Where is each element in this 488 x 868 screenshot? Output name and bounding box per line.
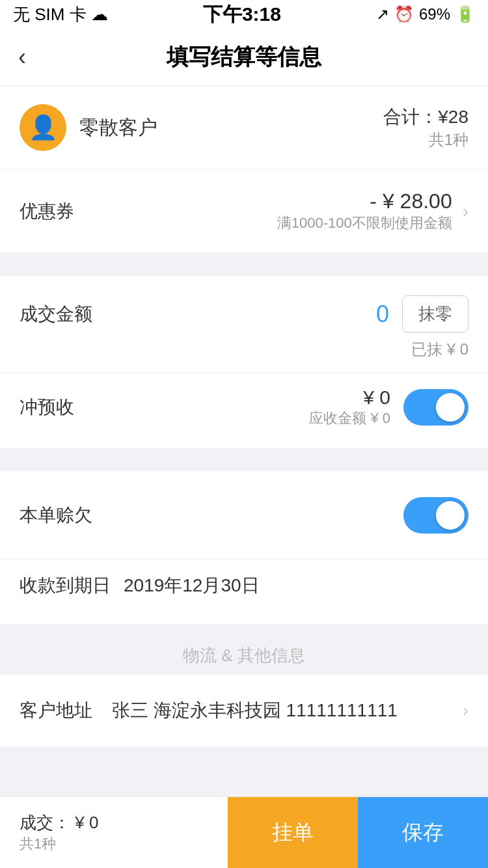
footer-deal: 成交： ¥ 0 [20,811,208,834]
logistics-separator: 物流 & 其他信息 [0,636,488,675]
amount-row: 成交金额 0 抹零 [0,276,488,339]
pre-receive-right: ¥ 0 应收金额 ¥ 0 [309,387,468,428]
location-icon: ↗ [376,5,389,23]
coupon-right: - ¥ 28.00 满1000-100不限制使用金额 › [277,189,468,233]
pre-receive-label: 冲预收 [20,395,74,420]
separator-2 [0,459,488,471]
footer-info: 成交： ¥ 0 共1种 [0,811,228,854]
transaction-card: 成交金额 0 抹零 已抹 ¥ 0 冲预收 ¥ 0 应收金额 ¥ 0 [0,276,488,448]
total-count: 共1种 [383,129,468,150]
status-right: ↗ ⏰ 69% 🔋 [376,5,475,23]
round-button[interactable]: 抹零 [402,295,468,332]
debt-toggle[interactable] [403,497,468,534]
coupon-amount: - ¥ 28.00 [277,189,452,213]
pre-receive-toggle[interactable] [403,389,468,426]
battery-icon: 🔋 [455,5,475,23]
hang-button[interactable]: 挂单 [228,797,358,869]
address-chevron-icon: › [463,700,468,721]
debt-card: 本单赊欠 收款到期日 2019年12月30日 [0,471,488,624]
battery-label: 69% [419,5,450,23]
sim-label: 无 SIM 卡 ☁ [13,3,108,26]
transaction-label: 成交金额 [20,302,92,327]
address-row[interactable]: 客户地址 张三 海淀永丰科技园 11111111111 › [0,675,488,746]
coupon-chevron-icon: › [463,201,468,222]
debt-row: 本单赊欠 [0,471,488,560]
status-time: 下午3:18 [203,1,281,28]
amount-right: 0 抹零 [376,295,468,332]
coupon-value-block: - ¥ 28.00 满1000-100不限制使用金额 [277,189,452,233]
due-date-value: 2019年12月30日 [124,573,260,598]
total-amount: 合计：¥28 [383,105,468,129]
pre-value-block: ¥ 0 应收金额 ¥ 0 [309,387,390,428]
address-label: 客户地址 [20,698,92,723]
status-left: 无 SIM 卡 ☁ [13,3,108,26]
avatar-icon: 👤 [29,114,58,141]
transaction-value: 0 [376,301,389,328]
coupon-row[interactable]: 优惠券 - ¥ 28.00 满1000-100不限制使用金额 › [0,169,488,252]
separator-1 [0,264,488,276]
footer: 成交： ¥ 0 共1种 挂单 保存 [0,796,488,868]
transaction-sub: 已抹 ¥ 0 [0,339,488,373]
save-button[interactable]: 保存 [358,797,488,869]
footer-deal-label: 成交： [20,813,70,832]
footer-count: 共1种 [20,834,208,854]
pre-amount: ¥ 0 [309,387,390,409]
customer-card: 👤 零散客户 合计：¥28 共1种 优惠券 - ¥ 28.00 满1000-10… [0,86,488,252]
coupon-desc: 满1000-100不限制使用金额 [277,213,452,233]
customer-row: 👤 零散客户 合计：¥28 共1种 [0,86,488,169]
nav-bar: ‹ 填写结算等信息 [0,29,488,86]
due-date-row: 收款到期日 2019年12月30日 [0,560,488,624]
page-title: 填写结算等信息 [167,42,321,72]
due-date-label: 收款到期日 [20,573,111,598]
pre-receive-row: 冲预收 ¥ 0 应收金额 ¥ 0 [0,373,488,448]
footer-deal-amount: ¥ 0 [75,813,98,832]
pre-sub: 应收金额 ¥ 0 [309,409,390,428]
address-card: 客户地址 张三 海淀永丰科技园 11111111111 › [0,675,488,746]
status-bar: 无 SIM 卡 ☁ 下午3:18 ↗ ⏰ 69% 🔋 [0,0,488,29]
customer-name: 零散客户 [79,115,157,141]
content-area: 👤 零散客户 合计：¥28 共1种 优惠券 - ¥ 28.00 满1000-10… [0,86,488,868]
coupon-label: 优惠券 [20,199,74,224]
debt-label: 本单赊欠 [20,503,92,528]
customer-total: 合计：¥28 共1种 [383,105,468,150]
address-value: 张三 海淀永丰科技园 11111111111 [112,698,463,723]
avatar: 👤 [20,104,66,151]
customer-left: 👤 零散客户 [20,104,157,151]
back-button[interactable]: ‹ [18,44,26,71]
logistics-label: 物流 & 其他信息 [183,644,305,667]
alarm-icon: ⏰ [394,5,414,23]
